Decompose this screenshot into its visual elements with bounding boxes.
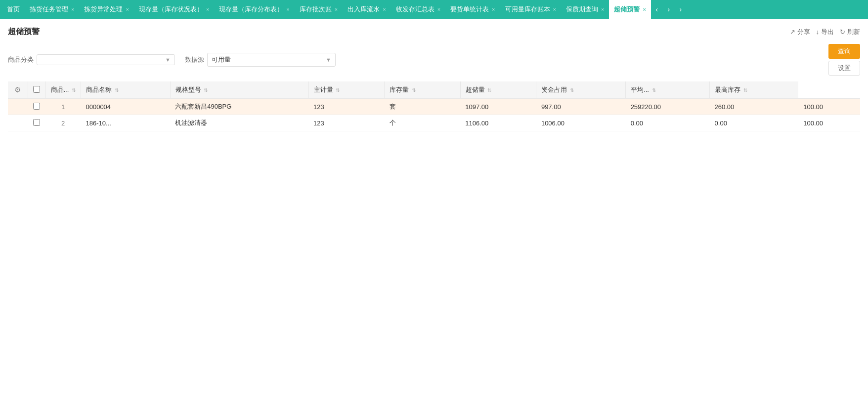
col-header-over[interactable]: 超储量 ⇅ — [460, 81, 536, 99]
sort-icon: ⇅ — [336, 87, 340, 93]
row-num: 1 — [45, 99, 81, 115]
nav-item-stock-status[interactable]: 现存量（库存状况表） × — [134, 0, 214, 19]
nav-item-overstock[interactable]: 超储预警 × — [609, 0, 651, 19]
refresh-icon: ↻ — [840, 28, 845, 36]
close-icon[interactable]: × — [601, 6, 604, 12]
nav-item-quality[interactable]: 保质期查询 × — [561, 0, 609, 19]
nav-more-arrow[interactable]: › — [675, 0, 687, 19]
page-header: 超储预警 ↗ 分享 ↓ 导出 ↻ 刷新 — [8, 27, 860, 37]
close-icon[interactable]: × — [437, 6, 440, 12]
row-over: 1006.00 — [536, 115, 626, 131]
close-icon[interactable]: × — [643, 6, 646, 12]
col-header-checkbox[interactable] — [28, 81, 45, 99]
close-icon[interactable]: × — [492, 6, 495, 12]
col-header-settings[interactable]: ⚙ — [8, 81, 28, 99]
sort-icon: ⇅ — [115, 87, 119, 93]
row-code: 186-10... — [81, 115, 170, 131]
nav-item-home[interactable]: 首页 — [2, 0, 25, 19]
refresh-button[interactable]: ↻ 刷新 — [840, 28, 860, 37]
row-capital: 259220.00 — [626, 99, 710, 115]
row-max: 100.00 — [798, 99, 860, 115]
close-icon[interactable]: × — [553, 6, 556, 12]
datasource-filter: 数据源 可用量 ▼ — [185, 53, 336, 67]
col-header-code[interactable]: 商品... ⇅ — [45, 81, 81, 99]
close-icon[interactable]: × — [126, 6, 129, 12]
nav-item-stock-dist[interactable]: 现存量（库存分布表） × — [214, 0, 294, 19]
nav-item-available[interactable]: 可用量库存账本 × — [500, 0, 561, 19]
row-checkbox[interactable] — [33, 103, 40, 110]
row-code: 0000004 — [81, 99, 170, 115]
gear-icon[interactable]: ⚙ — [14, 85, 21, 94]
chevron-down-icon: ▼ — [165, 57, 171, 63]
table-row: 2 186-10... 机油滤清器 123 个 1106.00 1006.00 … — [8, 115, 860, 131]
sort-icon: ⇅ — [743, 87, 747, 93]
sort-icon: ⇅ — [72, 87, 76, 93]
category-filter: 商品分类 ▼ — [8, 54, 175, 65]
header-actions: ↗ 分享 ↓ 导出 ↻ 刷新 — [790, 28, 861, 37]
row-unit: 个 — [385, 115, 461, 131]
close-icon[interactable]: × — [383, 6, 386, 12]
row-name: 六配套新昌490BPG — [170, 99, 308, 115]
row-checkbox[interactable] — [33, 119, 40, 126]
nav-next-arrow[interactable]: › — [663, 0, 675, 19]
datasource-value: 可用量 — [212, 55, 231, 64]
close-icon[interactable]: × — [335, 6, 338, 12]
export-button[interactable]: ↓ 导出 — [816, 28, 834, 37]
row-name: 机油滤清器 — [170, 115, 308, 131]
col-header-capital[interactable]: 资金占用 ⇅ — [536, 81, 626, 99]
col-header-max[interactable]: 最高库存 ⇅ — [710, 81, 799, 99]
row-capital: 0.00 — [626, 115, 710, 131]
sort-icon: ⇅ — [570, 87, 574, 93]
table-row: 1 0000004 六配套新昌490BPG 123 套 1097.00 997.… — [8, 99, 860, 115]
row-spec: 123 — [308, 99, 385, 115]
nav-item-exception[interactable]: 拣货异常处理 × — [79, 0, 133, 19]
row-max: 100.00 — [798, 115, 860, 131]
sort-icon: ⇅ — [412, 87, 416, 93]
row-stock: 1097.00 — [460, 99, 536, 115]
sort-icon: ⇅ — [652, 87, 656, 93]
close-icon[interactable]: × — [206, 6, 209, 12]
close-icon[interactable]: × — [286, 6, 289, 12]
chevron-down-icon: ▼ — [326, 57, 331, 63]
col-header-unit[interactable]: 主计量 ⇅ — [308, 81, 385, 99]
filter-buttons: 查询 设置 — [828, 44, 860, 76]
row-checkbox-cell[interactable] — [28, 115, 45, 131]
row-num: 2 — [45, 115, 81, 131]
nav-item-batch[interactable]: 库存批次账 × — [295, 0, 343, 19]
row-avg: 0.00 — [710, 115, 799, 131]
close-icon[interactable]: × — [71, 6, 74, 12]
page-title: 超储预警 — [8, 27, 40, 37]
col-header-avg[interactable]: 平均... ⇅ — [626, 81, 710, 99]
share-icon: ↗ — [790, 28, 795, 36]
sort-icon: ⇅ — [487, 87, 491, 93]
table-header-row: ⚙ 商品... ⇅ 商品名称 ⇅ 规格型号 ⇅ 主计量 — [8, 81, 860, 99]
col-header-name[interactable]: 商品名称 ⇅ — [81, 81, 170, 99]
row-over: 997.00 — [536, 99, 626, 115]
settings-button[interactable]: 设置 — [828, 61, 860, 76]
row-spec: 123 — [308, 115, 385, 131]
row-unit: 套 — [385, 99, 461, 115]
nav-prev-arrow[interactable]: ‹ — [651, 0, 663, 19]
export-icon: ↓ — [816, 28, 820, 36]
sort-icon: ⇅ — [204, 87, 208, 93]
category-label: 商品分类 — [8, 55, 34, 64]
col-header-stock[interactable]: 库存量 ⇅ — [385, 81, 461, 99]
col-header-spec[interactable]: 规格型号 ⇅ — [170, 81, 308, 99]
query-button[interactable]: 查询 — [828, 44, 860, 59]
filter-row: 商品分类 ▼ 数据源 可用量 ▼ 查询 设置 — [8, 44, 860, 76]
row-stock: 1106.00 — [460, 115, 536, 131]
category-select[interactable]: ▼ — [37, 54, 175, 65]
share-button[interactable]: ↗ 分享 — [790, 28, 810, 37]
datasource-select[interactable]: 可用量 ▼ — [207, 53, 336, 67]
row-checkbox-cell[interactable] — [28, 99, 45, 115]
nav-item-summary[interactable]: 收发存汇总表 × — [391, 0, 445, 19]
row-settings-cell — [8, 115, 28, 131]
nav-item-task[interactable]: 拣货任务管理 × — [25, 0, 79, 19]
nav-item-order-stats[interactable]: 要货单统计表 × — [445, 0, 500, 19]
select-all-checkbox[interactable] — [33, 86, 40, 93]
nav-item-flow[interactable]: 出入库流水 × — [343, 0, 391, 19]
main-content: 超储预警 ↗ 分享 ↓ 导出 ↻ 刷新 商品分类 ▼ 数据源 — [0, 19, 868, 395]
top-navigation: 首页 拣货任务管理 × 拣货异常处理 × 现存量（库存状况表） × 现存量（库存… — [0, 0, 868, 19]
row-avg: 260.00 — [710, 99, 799, 115]
data-table: ⚙ 商品... ⇅ 商品名称 ⇅ 规格型号 ⇅ 主计量 — [8, 81, 860, 131]
